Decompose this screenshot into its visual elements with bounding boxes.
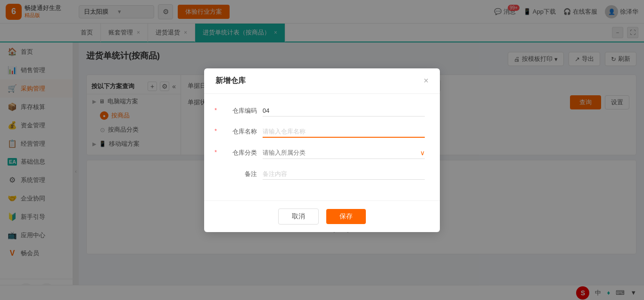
category-select-wrap[interactable]: ∨ (263, 147, 425, 159)
category-label: 仓库分类 (219, 149, 257, 157)
name-input[interactable] (263, 126, 425, 138)
modal-overlay[interactable]: 新增仓库 × 仓库编码 仓库名称 仓库分类 ∨ (0, 0, 644, 300)
code-label: 仓库编码 (219, 107, 257, 115)
name-label: 仓库名称 (219, 127, 257, 136)
category-input[interactable] (263, 149, 420, 156)
form-row-name: 仓库名称 (219, 126, 425, 138)
form-row-remark: 备注 (219, 168, 425, 180)
modal-new-warehouse: 新增仓库 × 仓库编码 仓库名称 仓库分类 ∨ (204, 68, 440, 232)
modal-close-button[interactable]: × (423, 76, 429, 85)
modal-footer: 取消 保存 (204, 200, 440, 232)
form-row-code: 仓库编码 (219, 105, 425, 117)
modal-body: 仓库编码 仓库名称 仓库分类 ∨ 备注 (204, 94, 440, 200)
form-row-category: 仓库分类 ∨ (219, 147, 425, 159)
cancel-button[interactable]: 取消 (278, 208, 319, 225)
modal-title: 新增仓库 (215, 76, 246, 86)
modal-header: 新增仓库 × (204, 68, 440, 94)
remark-input[interactable] (263, 168, 425, 180)
save-button[interactable]: 保存 (326, 209, 366, 224)
remark-label: 备注 (219, 170, 257, 178)
category-arrow-icon: ∨ (420, 149, 425, 157)
code-input[interactable] (263, 105, 425, 117)
